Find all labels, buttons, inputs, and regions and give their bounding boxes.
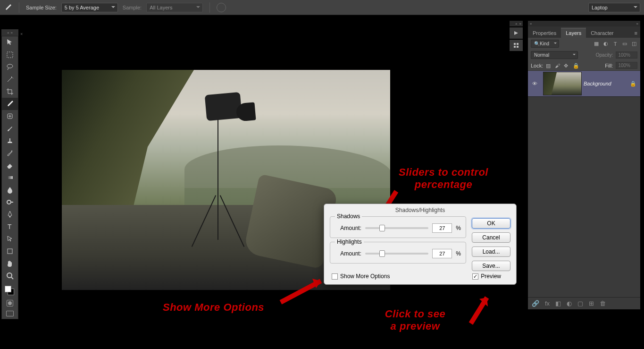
tab-properties[interactable]: Properties — [528, 28, 561, 38]
dock-header[interactable]: ×» — [510, 21, 523, 26]
zoom-tool[interactable] — [2, 270, 18, 282]
load-button[interactable]: Load... — [472, 247, 510, 257]
shadows-slider-thumb[interactable] — [379, 225, 385, 231]
filter-type-icon[interactable]: T — [612, 41, 619, 47]
layer-mask-icon[interactable]: ◧ — [555, 300, 561, 307]
panel-tabs: Properties Layers Character ≡ — [528, 26, 640, 38]
history-brush-tool[interactable] — [2, 147, 18, 159]
healing-brush-tool[interactable] — [2, 110, 18, 122]
svg-rect-12 — [514, 46, 516, 48]
tab-character[interactable]: Character — [586, 28, 618, 38]
ok-button[interactable]: OK — [472, 218, 510, 229]
lock-position-icon[interactable]: ✥ — [564, 63, 569, 68]
sample-size-dropdown[interactable]: 5 by 5 Average — [61, 3, 118, 12]
panel-menu-icon[interactable]: ≡ — [632, 28, 640, 38]
filter-adjustment-icon[interactable]: ◐ — [602, 41, 609, 47]
toolbox: T — [1, 36, 18, 319]
layer-thumbnail[interactable] — [543, 72, 582, 95]
tab-layers[interactable]: Layers — [561, 28, 586, 38]
lock-label: Lock: — [531, 63, 543, 68]
layer-name[interactable]: Background — [584, 81, 630, 86]
link-layers-icon[interactable]: 🔗 — [532, 300, 539, 307]
filter-kind-dropdown[interactable]: 🔍Kind — [531, 40, 559, 48]
options-bar: Sample Size: 5 by 5 Average Sample: All … — [0, 0, 644, 15]
sample-value: All Layers — [150, 5, 172, 10]
brush-tool[interactable] — [2, 122, 18, 135]
clone-stamp-tool[interactable] — [2, 135, 18, 147]
preview-checkbox[interactable] — [472, 273, 478, 280]
filter-pixel-icon[interactable]: ▦ — [593, 41, 600, 47]
screen-mode-icon — [6, 311, 14, 316]
fill-input[interactable]: 100% — [616, 62, 637, 69]
blur-tool[interactable] — [2, 184, 18, 196]
close-icon[interactable]: × — [515, 22, 518, 26]
opacity-label: Opacity: — [596, 52, 613, 58]
collapse-icon[interactable]: » — [11, 31, 13, 35]
layer-visibility-toggle[interactable]: 👁 — [528, 81, 541, 86]
filter-shape-icon[interactable]: ▭ — [621, 41, 628, 47]
screen-mode-toggle[interactable] — [2, 308, 18, 319]
move-tool[interactable] — [2, 36, 18, 49]
highlights-amount-slider[interactable] — [365, 253, 428, 255]
color-swatches[interactable] — [2, 284, 18, 298]
highlights-amount-input[interactable] — [432, 249, 452, 258]
close-icon[interactable]: × — [7, 31, 9, 35]
foreground-color-swatch[interactable] — [5, 286, 11, 292]
show-more-options-checkbox[interactable] — [332, 273, 338, 280]
highlights-slider-thumb[interactable] — [379, 250, 385, 257]
sample-size-label: Sample Size: — [26, 5, 57, 10]
workspace-dropdown[interactable]: Laptop — [588, 3, 640, 12]
marquee-tool[interactable] — [2, 49, 18, 61]
path-selection-tool[interactable] — [2, 233, 18, 245]
expand-icon[interactable]: » — [519, 22, 521, 26]
annotation-preview-line1: Click to see — [373, 308, 458, 320]
shadows-amount-input[interactable] — [432, 223, 452, 233]
eyedropper-tool-icon[interactable] — [4, 3, 12, 12]
pen-tool[interactable] — [2, 208, 18, 221]
gradient-tool[interactable] — [2, 171, 18, 184]
adjustment-layer-icon[interactable]: ◐ — [567, 300, 572, 307]
new-layer-icon[interactable]: ⊞ — [589, 300, 594, 307]
cancel-button[interactable]: Cancel — [472, 232, 510, 243]
shadows-amount-slider[interactable] — [365, 227, 428, 229]
shadows-fieldset: Shadows Amount: % — [330, 216, 466, 238]
show-more-options-label: Show More Options — [340, 273, 390, 280]
right-panel-group: « » Properties Layers Character ≡ 🔍Kind … — [528, 21, 640, 309]
magic-wand-tool[interactable] — [2, 73, 18, 85]
layer-fx-icon[interactable]: fx — [545, 300, 550, 307]
collapse-left-icon[interactable]: « — [530, 22, 532, 26]
filter-smart-icon[interactable]: ◫ — [631, 41, 637, 47]
document-tab-close[interactable]: × — [20, 32, 23, 36]
lock-all-icon[interactable]: 🔒 — [573, 63, 578, 68]
quick-mask-toggle[interactable] — [2, 298, 18, 308]
lasso-tool[interactable] — [2, 61, 18, 73]
layers-blend-row: Normal Opacity: 100% — [528, 50, 640, 60]
opacity-input[interactable]: 100% — [616, 51, 637, 59]
toolbox-tab-header[interactable]: ×» — [1, 29, 18, 36]
collapsed-panel-dock: ×» — [510, 21, 523, 51]
type-tool[interactable]: T — [2, 221, 18, 233]
annotation-sliders: Sliders to control percentage — [382, 166, 505, 191]
dodge-tool[interactable] — [2, 196, 18, 208]
percent-label: % — [456, 250, 461, 257]
eraser-tool[interactable] — [2, 159, 18, 171]
delete-layer-icon[interactable]: 🗑 — [600, 300, 606, 307]
svg-rect-8 — [8, 249, 12, 254]
save-button[interactable]: Save... — [472, 261, 510, 271]
lock-image-icon[interactable]: 🖌 — [555, 63, 560, 68]
eyedropper-tool[interactable] — [2, 98, 18, 110]
panel-header[interactable]: « » — [528, 21, 640, 26]
collapse-right-icon[interactable]: » — [636, 22, 638, 26]
history-panel-icon[interactable] — [510, 40, 523, 51]
layer-row-background[interactable]: 👁 Background 🔒 — [528, 70, 640, 97]
blend-mode-dropdown[interactable]: Normal — [531, 51, 578, 59]
annotation-sliders-line1: Sliders to control — [382, 166, 505, 179]
layer-group-icon[interactable]: ▢ — [577, 300, 583, 307]
actions-panel-icon[interactable] — [510, 27, 523, 39]
sample-ring-icon[interactable] — [217, 3, 226, 12]
shape-tool[interactable] — [2, 245, 18, 257]
lock-transparency-icon[interactable]: ▨ — [546, 63, 552, 68]
crop-tool[interactable] — [2, 85, 18, 98]
svg-point-1 — [7, 64, 13, 68]
hand-tool[interactable] — [2, 257, 18, 270]
